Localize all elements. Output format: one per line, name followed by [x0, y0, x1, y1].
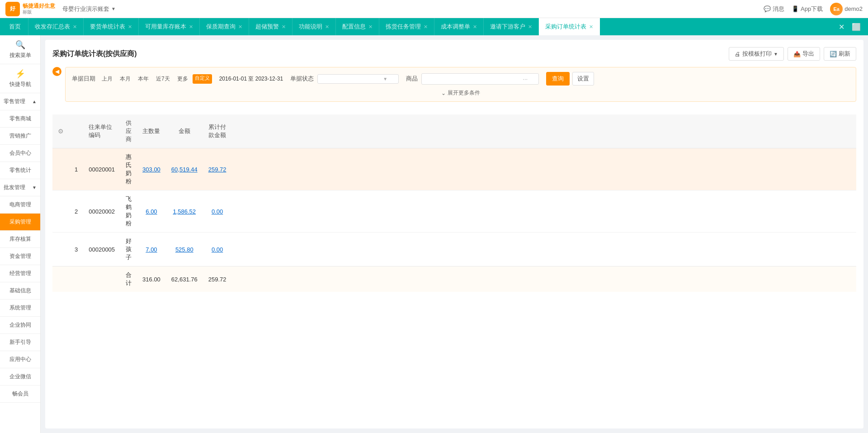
row-qty[interactable]: 303.00 — [137, 148, 166, 190]
nav-close-icon[interactable]: ✕ — [837, 21, 846, 33]
sidebar-item-purchase[interactable]: 采购管理 — [0, 214, 40, 231]
user-action[interactable]: Ea demo2 — [830, 3, 863, 15]
table-row[interactable]: 3 00020005 好孩子 7.00 525.80 0.00 — [52, 233, 856, 266]
top-bar: 好 畅捷通好生意 标版 母婴行业演示账套 ▼ 💬 消息 📱 App下载 Ea d… — [0, 0, 868, 18]
export-button[interactable]: 📤 导出 — [788, 47, 820, 61]
nav-tabs: 首页 收发存汇总表 ✕ 要货单统计表 ✕ 可用量库存账本 ✕ 保质期查询 ✕ 超… — [0, 18, 868, 35]
row-paid[interactable]: 0.00 — [203, 233, 232, 266]
row-qty[interactable]: 6.00 — [137, 190, 166, 233]
sidebar-item-label: 会员中心 — [9, 149, 31, 157]
date-shortcut-last-month[interactable]: 上月 — [99, 74, 115, 84]
tab-close-icon[interactable]: ✕ — [589, 24, 593, 30]
nav-maximize-icon[interactable]: ⬜ — [850, 21, 863, 33]
footer-no — [69, 266, 83, 292]
col-qty: 主数量 — [137, 114, 166, 148]
sidebar-item-inventory[interactable]: 库存核算 — [0, 231, 40, 248]
tab-close-icon[interactable]: ✕ — [325, 24, 329, 30]
date-shortcut-more[interactable]: 更多 — [175, 74, 191, 84]
table-body: 1 00020001 惠氏奶粉 303.00 60,519.44 259.72 … — [52, 148, 856, 266]
tab-yaohuo[interactable]: 要货单统计表 ✕ — [84, 18, 139, 35]
row-paid[interactable]: 259.72 — [203, 148, 232, 190]
filter-toggle-button[interactable]: ◀ — [52, 67, 61, 76]
tab-close-icon[interactable]: ✕ — [73, 24, 77, 30]
messages-action[interactable]: 💬 消息 — [764, 5, 784, 13]
sidebar-item-ecommerce[interactable]: 电商管理 — [0, 196, 40, 214]
sidebar-item-newbie[interactable]: 新手引导 — [0, 334, 40, 351]
date-range-item: 2016-01-01 至 2023-12-31 — [219, 75, 283, 83]
page-header: 采购订单统计表(按供应商) 🖨 按模板打印 ▼ 📤 导出 🔄 刷新 — [52, 47, 856, 61]
row-amount[interactable]: 1,586.52 — [166, 190, 203, 233]
sidebar-item-label: 零售管理 — [4, 98, 25, 105]
tab-close-icon[interactable]: ✕ — [368, 24, 373, 30]
sidebar-item-label: 系统管理 — [9, 304, 31, 312]
table-row[interactable]: 1 00020001 惠氏奶粉 303.00 60,519.44 259.72 — [52, 148, 856, 190]
app-download-action[interactable]: 📱 App下载 — [792, 5, 823, 13]
tab-keyongliang[interactable]: 可用量库存账本 ✕ — [139, 18, 200, 35]
tab-baozhi[interactable]: 保质期查询 ✕ — [200, 18, 249, 35]
sidebar-item-wechat[interactable]: 企业微信 — [0, 368, 40, 385]
tab-shoufayh[interactable]: 收发存汇总表 ✕ — [28, 18, 84, 35]
sidebar-item-shortcut[interactable]: ⚡ 快捷导航 — [0, 64, 40, 93]
row-paid[interactable]: 0.00 — [203, 190, 232, 233]
status-select[interactable]: ▼ — [317, 74, 399, 84]
tab-close-icon[interactable]: ✕ — [424, 24, 428, 30]
tab-caigou[interactable]: 采购订单统计表 ✕ — [539, 18, 600, 35]
sidebar-item-finance[interactable]: 资金管理 — [0, 248, 40, 265]
sidebar-item-system[interactable]: 系统管理 — [0, 300, 40, 317]
export-label: 导出 — [802, 50, 814, 58]
tab-peizhi[interactable]: 配置信息 ✕ — [336, 18, 379, 35]
tab-close-icon[interactable]: ✕ — [473, 24, 477, 30]
row-amount[interactable]: 60,519.44 — [166, 148, 203, 190]
date-shortcut-7days[interactable]: 近7天 — [153, 74, 173, 84]
table-row[interactable]: 2 00020002 飞鹤奶粉 6.00 1,586.52 0.00 — [52, 190, 856, 233]
sidebar-item-label: 新手引导 — [9, 338, 31, 346]
date-shortcut-this-year[interactable]: 本年 — [135, 74, 151, 84]
row-amount[interactable]: 525.80 — [166, 233, 203, 266]
sidebar-item-appcenter[interactable]: 应用中心 — [0, 351, 40, 368]
sidebar-item-retail-mall[interactable]: 零售商城 — [0, 110, 40, 128]
table-container: ⚙ 往来单位编码 供应商 主数量 金额 累计付款金额 — [52, 114, 856, 292]
goods-input[interactable]: ··· — [421, 73, 539, 85]
print-button[interactable]: 🖨 按模板打印 ▼ — [729, 47, 784, 61]
sidebar-item-enterprise[interactable]: 企业协同 — [0, 317, 40, 334]
footer-qty: 316.00 — [137, 266, 166, 292]
sidebar-item-marketing[interactable]: 营销推广 — [0, 128, 40, 145]
tab-gongneng[interactable]: 功能说明 ✕ — [292, 18, 336, 35]
tab-pihuo[interactable]: 拣货任务管理 ✕ — [379, 18, 434, 35]
tab-yaoqing[interactable]: 邀请下游客户 ✕ — [484, 18, 539, 35]
chevron-down-icon: ⌄ — [441, 90, 446, 96]
row-unit-code: 00020001 — [83, 148, 120, 190]
table-settings-icon[interactable]: ⚙ — [58, 128, 64, 135]
footer-row: 合计 316.00 62,631.76 259.72 — [52, 266, 856, 292]
sidebar-item-retail-stat[interactable]: 零售统计 — [0, 162, 40, 179]
sidebar-item-wholesale[interactable]: 批发管理 ▼ — [0, 179, 40, 196]
row-number: 3 — [69, 233, 83, 266]
tab-chaochu[interactable]: 超储预警 ✕ — [249, 18, 292, 35]
workspace-selector[interactable]: 母婴行业演示账套 ▼ — [59, 3, 119, 15]
expand-button[interactable]: ⌄ 展开更多条件 — [441, 89, 480, 97]
logo-text: 畅捷通好生意 标版 — [23, 3, 55, 14]
tab-close-icon[interactable]: ✕ — [282, 24, 286, 30]
sidebar-item-member2[interactable]: 畅会员 — [0, 385, 40, 403]
filter-row-1: 单据日期 上月 本月 本年 近7天 更多 自定义 2016-01-0 — [72, 72, 849, 86]
sidebar-item-search[interactable]: 🔍 搜索菜单 — [0, 35, 40, 64]
refresh-button[interactable]: 🔄 刷新 — [824, 47, 856, 61]
query-button[interactable]: 查询 — [546, 72, 570, 86]
row-unit-code: 00020005 — [83, 233, 120, 266]
sidebar-item-retail[interactable]: 零售管理 ▲ — [0, 93, 40, 110]
sidebar-item-label: 库存核算 — [9, 235, 31, 243]
tab-chengben[interactable]: 成本调整单 ✕ — [434, 18, 484, 35]
date-shortcut-this-month[interactable]: 本月 — [117, 74, 133, 84]
sidebar-item-operations[interactable]: 经营管理 — [0, 265, 40, 282]
sidebar-item-basic[interactable]: 基础信息 — [0, 282, 40, 300]
sidebar-item-member[interactable]: 会员中心 — [0, 145, 40, 162]
row-qty[interactable]: 7.00 — [137, 233, 166, 266]
tab-close-icon[interactable]: ✕ — [238, 24, 242, 30]
settings-button[interactable]: 设置 — [572, 72, 594, 86]
tab-home[interactable]: 首页 — [2, 18, 28, 35]
print-icon: 🖨 — [735, 51, 741, 57]
tab-close-icon[interactable]: ✕ — [128, 24, 132, 30]
tab-close-icon[interactable]: ✕ — [189, 24, 193, 30]
tab-close-icon[interactable]: ✕ — [528, 24, 532, 30]
tab-label: 可用量库存账本 — [145, 23, 186, 31]
